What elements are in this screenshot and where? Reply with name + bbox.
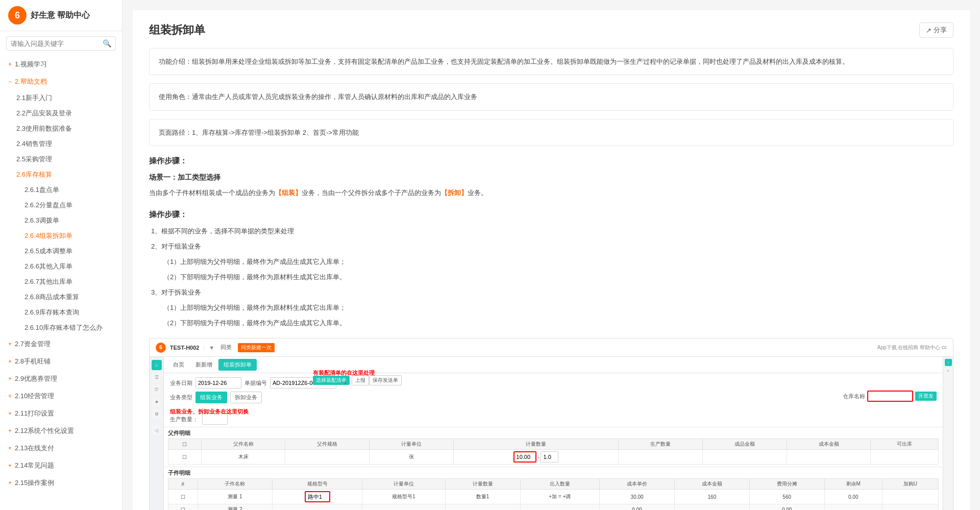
expand-icon4: + xyxy=(8,375,12,382)
mock-upper-table-section: 父件明细 ☐ 父件名称 父件规格 计量单位 计量数量 生产 xyxy=(164,427,943,467)
sidebar-item-sales[interactable]: 2.4销售管理 xyxy=(0,136,122,152)
sidebar-item-mobile[interactable]: + 2.8手机旺铺 xyxy=(0,353,122,370)
sidebar-item-cost[interactable]: 2.6.5成本调整单 xyxy=(0,244,122,259)
search-input[interactable] xyxy=(11,40,103,47)
sidebar-item-stocktake[interactable]: 2.6.1盘点单 xyxy=(0,182,122,198)
mock-nav-tabs: 自页 新新增 组装拆卸单 xyxy=(164,357,943,373)
sidebar-item-video[interactable]: + 1.视频学习 xyxy=(0,56,122,73)
expand-icon8: + xyxy=(8,445,12,452)
sidebar-item-coupon[interactable]: + 2.9优惠券管理 xyxy=(0,370,122,387)
mock-dropdown: ▼ xyxy=(209,345,214,351)
annotation-2-label: 组装业务、拆卸业务在这里切换 xyxy=(170,408,249,416)
collapse-icon: − xyxy=(8,78,12,85)
mock-action-btn[interactable]: 上报 xyxy=(352,375,369,385)
mock-upper-row-1: ☐ 木床 张 - xyxy=(168,450,939,465)
mock-icon-clock[interactable]: ⏱ xyxy=(152,384,162,395)
mock-type-assembly[interactable]: 组装业务 xyxy=(195,392,227,403)
mock-lower-row-2: ☐ 测量 2 0.00 0.00 xyxy=(168,504,939,510)
mock-confirm-btn[interactable]: 开票发 xyxy=(915,392,937,401)
sidebar-item-newbie[interactable]: 2.1新手入门 xyxy=(0,90,122,106)
mock-warehouse-input[interactable] xyxy=(867,391,913,402)
mock-lower-table: # 子件名称 规格型号 计量单位 计量数量 出入数量 成本单价 成本金额 费用分 xyxy=(168,478,939,510)
mock-type-disassembly[interactable]: 拆卸业务 xyxy=(230,392,262,403)
sidebar-item-partial[interactable]: 2.6.2分量盘点单 xyxy=(0,198,122,213)
annotation-1-arrow: ↓ xyxy=(344,378,347,385)
sidebar-item-otherinbound[interactable]: 2.6.6其他入库单 xyxy=(0,259,122,274)
sidebar-item-cases[interactable]: + 2.15操作案例 xyxy=(0,474,122,492)
sidebar-item-otheroutbound[interactable]: 2.6.7其他出库单 xyxy=(0,274,122,289)
mock-topbar-icons: App下载 在线招商 帮助中心 cc xyxy=(877,344,947,351)
mock-qty-label: 生产数量： xyxy=(170,416,198,423)
mock-lower-th-price: 成本单价 xyxy=(600,479,675,490)
app-logo: 6 xyxy=(8,6,27,25)
mock-icon-settings[interactable]: ⚙ xyxy=(152,409,162,419)
sidebar-item-purchase[interactable]: 2.5采购管理 xyxy=(0,152,122,167)
mock-lower-th-add: 加购U xyxy=(882,479,938,490)
sidebar-item-capital[interactable]: + 2.7资金管理 xyxy=(0,335,122,353)
mock-tab-new[interactable]: 新新增 xyxy=(190,359,217,371)
mock-new-order-btn[interactable]: 同类新建一次 xyxy=(238,343,275,352)
mock-right-icons: ↕ + xyxy=(943,357,953,510)
step2: 2、对于组装业务 xyxy=(151,240,953,253)
nav-section: + 1.视频学习 − 2.帮助文档 2.1新手入门 2.2产品安装及登录 2.3… xyxy=(0,56,122,492)
mock-upper-th-amount2: 成本金额 xyxy=(787,439,871,450)
search-icon[interactable]: 🔍 xyxy=(103,39,111,47)
share-icon: ↗ xyxy=(926,27,932,34)
search-box[interactable]: 🔍 xyxy=(6,36,116,51)
sidebar-item-data[interactable]: 2.3使用前数据准备 xyxy=(0,121,122,136)
sidebar-item-online[interactable]: + 2.13在线支付 xyxy=(0,440,122,457)
app-name: 好生意 帮助中心 xyxy=(31,10,90,21)
mock-upper-td-name: 木床 xyxy=(201,450,285,465)
sidebar-item-transfer[interactable]: 2.6.3调拨单 xyxy=(0,213,122,228)
mock-screenshot: 6 TEST-H002 | ▼ 同类 同类新建一次 App下载 在线招商 帮助中… xyxy=(150,338,953,510)
sidebar-item-stockcheck[interactable]: 2.6.9库存账本查询 xyxy=(0,305,122,320)
step3: 3、对于拆装业务 xyxy=(151,286,953,299)
mock-lower-th-qty2: 出入数量 xyxy=(520,479,600,490)
mock-upper-td-check: ☐ xyxy=(168,450,202,465)
mock-icon-home[interactable]: ⌂ xyxy=(152,360,162,370)
sidebar-item-goodscost[interactable]: 2.6.8商品成本重算 xyxy=(0,289,122,305)
mock-right-icon-1[interactable]: ↕ xyxy=(945,359,952,366)
mock-icon-list[interactable]: ☰ xyxy=(152,372,162,382)
steps-list: 1、根据不同的业务，选择不同单据的类型来处理 2、对于组装业务 （1）上部明细为… xyxy=(149,225,953,330)
mock-upper-th-check: ☐ xyxy=(168,439,202,450)
mock-icon-expand[interactable]: ◁ xyxy=(152,425,162,435)
sidebar-item-print[interactable]: + 2.11打印设置 xyxy=(0,405,122,422)
mock-lower-spec-input[interactable] xyxy=(305,491,330,502)
main-content: 组装拆卸单 ↗ 分享 功能介绍：组装拆卸单用来处理企业组装或拆卸等加工业务，支持… xyxy=(122,0,980,510)
mock-lower-th-num: # xyxy=(168,479,198,490)
page-title-row: 组装拆卸单 ↗ 分享 xyxy=(149,22,953,38)
mock-tab-assembly[interactable]: 组装拆卸单 xyxy=(218,359,257,371)
sidebar-item-inventory[interactable]: 2.6库存核算 xyxy=(0,167,122,182)
mock-upper-table-title: 父件明细 xyxy=(168,429,939,437)
sidebar-item-operation[interactable]: + 2.10经营管理 xyxy=(0,387,122,405)
mock-upper-qty1-input[interactable] xyxy=(513,451,536,463)
mock-icon-star[interactable]: ★ xyxy=(152,397,162,407)
sidebar-item-faq[interactable]: + 2.14常见问题 xyxy=(0,457,122,474)
role-block: 使用角色：通常由生产人员或库管人员完成拆装业务的操作，库管人员确认原材料的出库和… xyxy=(149,83,953,110)
step2-sub2: （2）下部明细为子件明细，最终作为原材料生成其它出库单。 xyxy=(163,271,953,284)
mock-tab-home[interactable]: 自页 xyxy=(168,359,189,371)
step2-sub1: （1）上部明细为父件明细，最终作为产成品生成其它入库单； xyxy=(163,255,953,269)
mock-upper-table: ☐ 父件名称 父件规格 计量单位 计量数量 生产数量 成品金额 成本金额 可出库 xyxy=(168,439,939,465)
mock-lower-th-remain: 剩余M xyxy=(824,479,882,490)
screenshot-container: 6 TEST-H002 | ▼ 同类 同类新建一次 App下载 在线招商 帮助中… xyxy=(149,338,953,510)
mock-upper-qty2-input[interactable] xyxy=(541,451,558,463)
mock-upper-td-amount2 xyxy=(787,450,871,465)
mock-action-btn2[interactable]: 保存发送单 xyxy=(369,375,402,385)
sidebar: 6 好生意 帮助中心 🔍 + 1.视频学习 − 2.帮助文档 2.1新手入门 2… xyxy=(0,0,122,510)
mock-warehouse-label: 仓库名称 xyxy=(843,393,865,400)
sidebar-item-personalize[interactable]: + 2.12系统个性化设置 xyxy=(0,422,122,440)
annotation-1-label: 有装配清单的在这里处理 xyxy=(313,369,375,377)
steps-title: 操作步骤： xyxy=(149,210,953,220)
mock-form-header: 业务日期 单据编号 有装配清单的在这里处理 xyxy=(164,373,943,427)
sidebar-item-docs[interactable]: − 2.帮助文档 xyxy=(0,73,122,90)
sidebar-item-accounterror[interactable]: 2.6.10库存账本错了怎么办 xyxy=(0,320,122,335)
mock-date-input[interactable] xyxy=(195,377,241,388)
mock-type-row: 业务类型 组装业务 拆卸业务 组装业务、拆卸业务在这里切换 启用处理 ↓ xyxy=(170,392,937,403)
mock-right-icon-2[interactable]: + xyxy=(945,367,952,374)
mock-upper-td-qty1: - xyxy=(454,450,619,465)
sidebar-item-assembly[interactable]: 2.6.4组装拆卸单 xyxy=(0,228,122,244)
sidebar-item-install[interactable]: 2.2产品安装及登录 xyxy=(0,106,122,121)
share-button[interactable]: ↗ 分享 xyxy=(919,22,953,38)
